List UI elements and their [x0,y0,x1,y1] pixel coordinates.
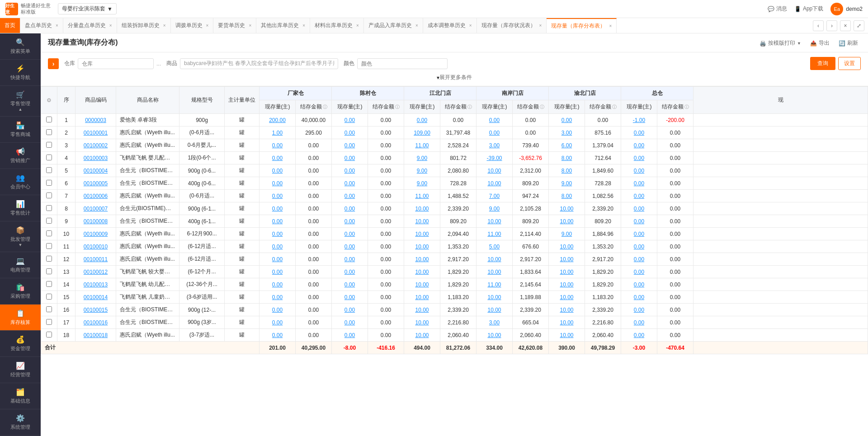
tab-close-icon[interactable]: × [302,23,305,28]
tabs-next-button[interactable]: › [826,20,837,31]
refresh-button[interactable]: 🔄 刷新 [836,38,861,48]
expand-icon[interactable]: › [48,58,59,69]
cell-checkbox[interactable] [41,177,57,190]
tab-close-icon[interactable]: × [356,23,359,28]
cell-factory-amount: 0.00 [296,228,332,240]
cell-checkbox[interactable] [41,316,57,329]
sidebar-item-retail-stats[interactable]: 📊 零售统计 [0,195,41,221]
color-input[interactable] [357,58,448,69]
tab-cost-adjust[interactable]: 成本调整单历史 × [423,18,477,33]
sidebar-item-wholesale[interactable]: 📦 批发管理 ▼ [0,221,41,252]
gear-icon[interactable]: ⚙ [47,97,52,103]
cell-checkbox[interactable] [41,127,57,139]
cell-nanan-amount: 2,114.40 [513,228,549,240]
cell-total-stock: 0.00 [621,228,657,240]
th-total-amount: 结存金额ⓘ [657,100,693,114]
user-area[interactable]: Ea demo2 [830,3,863,15]
tabs-close-all-button[interactable]: × [840,20,851,31]
sidebar-item-member[interactable]: 👥 会员中心 [0,169,41,195]
settings-button[interactable]: 设置 [838,57,861,70]
sidebar-item-finance[interactable]: 💰 资金管理 [0,331,41,357]
cell-checkbox[interactable] [41,152,57,164]
marketing-icon: 📢 [3,147,38,156]
tab-close-icon[interactable]: × [469,23,472,28]
tabs-expand-button[interactable]: ⤢ [854,20,864,31]
tab-home[interactable]: 首页 [0,18,20,33]
tab-other-out[interactable]: 其他出库单历史 × [256,18,310,33]
cell-index: 8 [57,202,75,215]
cell-current [693,228,868,240]
app-download-button[interactable]: 📱 App下载 [794,5,823,13]
warehouse-input[interactable] [78,58,154,69]
tab-inventory-count[interactable]: 盘点单历史 × [20,18,63,33]
cell-spec: (6-12月适... [179,240,225,253]
sidebar-item-search[interactable]: 🔍 搜索英单 [0,33,41,60]
cell-yubeimen-stock: 10.00 [549,291,585,304]
tabs-prev-button[interactable]: ‹ [813,20,824,31]
sidebar-item-base[interactable]: 🗂️ 基础信息 [0,383,41,409]
cell-checkbox[interactable] [41,329,57,342]
cell-checkbox[interactable] [41,114,57,127]
cell-checkbox[interactable] [41,266,57,278]
tab-split-count[interactable]: 分量盘点单历史 × [63,18,117,33]
tab-close-icon[interactable]: × [249,23,251,28]
tab-close-icon[interactable]: × [56,23,58,28]
tab-transfer[interactable]: 调拨单历史 × [171,18,214,33]
sidebar-item-system[interactable]: ⚙️ 系统管理 [0,409,41,436]
tab-close-icon[interactable]: × [206,23,209,28]
cell-checkbox[interactable] [41,202,57,215]
sidebar-item-quick[interactable]: ⚡ 快捷导航 [0,60,41,86]
tab-stock-status[interactable]: 现存量（库存状况表） × [477,18,547,33]
sidebar-item-operations[interactable]: 📈 经营管理 [0,357,41,383]
sidebar-item-inventory[interactable]: 📋 库存核算 [0,305,41,331]
goods-input[interactable] [180,58,338,69]
cell-jiangbei-stock: 11.00 [404,139,440,152]
cell-chennan-stock: 0.00 [332,202,368,215]
tab-close-icon[interactable]: × [163,23,166,28]
cell-unit: 罐 [225,240,259,253]
tab-stock-dist[interactable]: 现存量（库存分布表） × [547,18,617,33]
message-button[interactable]: 💬 消息 [768,5,787,13]
cell-total-stock: -1.00 [621,114,657,127]
export-button[interactable]: 📤 导出 [807,38,832,48]
cell-checkbox[interactable] [41,215,57,228]
search-button[interactable]: 查询 [810,57,835,70]
sidebar-item-ecommerce[interactable]: 💻 电商管理 [0,252,41,278]
cell-spec: (6-12月适... [179,253,225,266]
cell-nanan-stock: 7.00 [476,190,513,202]
cell-checkbox[interactable] [41,278,57,291]
sidebar-item-purchase[interactable]: 🛍️ 采购管理 [0,278,41,305]
tab-close-icon[interactable]: × [609,23,612,28]
print-button[interactable]: 🖨️ 按模版打印 ▼ [757,38,804,48]
cell-checkbox[interactable] [41,240,57,253]
th-yubeimen-stock: 现存量(主) [549,100,585,114]
tab-order[interactable]: 要货单历史 × [213,18,256,33]
cell-total-amount: 0.00 [657,240,693,253]
tab-close-icon[interactable]: × [415,23,418,28]
cell-checkbox[interactable] [41,190,57,202]
sidebar-item-marketing[interactable]: 📢 营销推广 [0,143,41,169]
tab-close-icon[interactable]: × [109,23,112,28]
cell-yubeimen-stock: 3.00 [549,127,585,139]
cell-nanan-stock: 0.00 [476,127,513,139]
cell-nanan-amount: 2,145.64 [513,278,549,291]
cell-checkbox[interactable] [41,291,57,304]
sidebar-item-shop[interactable]: 🏪 零售商城 [0,117,41,143]
cell-checkbox[interactable] [41,253,57,266]
sidebar-item-retail[interactable]: 🛒 零售管理 ▲ [0,86,41,117]
cell-unit: 罐 [225,190,259,202]
brand-selector[interactable]: 母婴行业演示陈套 ▼ [58,3,117,14]
tab-assembly[interactable]: 组装拆卸单历史 × [117,18,171,33]
cell-code: 00100012 [75,266,116,278]
expand-more-button[interactable]: ▾ 展开更多条件 [48,74,861,81]
tab-close-icon[interactable]: × [539,23,542,28]
tab-product-in[interactable]: 产成品入库单历史 × [364,18,423,33]
cell-checkbox[interactable] [41,304,57,316]
cell-checkbox[interactable] [41,164,57,177]
cell-spec: (12-36个月... [179,278,225,291]
cell-checkbox[interactable] [41,139,57,152]
cell-checkbox[interactable] [41,228,57,240]
sidebar-item-label: 快捷导航 [3,74,38,81]
cell-nanan-stock: 9.00 [476,202,513,215]
tab-material-out[interactable]: 材料出库单历史 × [310,18,364,33]
